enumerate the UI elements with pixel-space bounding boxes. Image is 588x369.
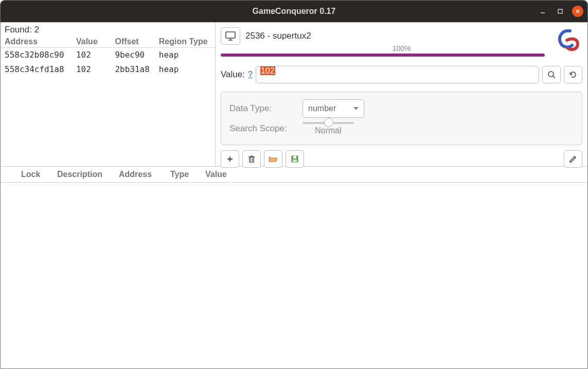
plus-icon: [226, 155, 234, 163]
datatype-dropdown[interactable]: number: [302, 99, 364, 118]
cell-offset: 9bec90: [115, 49, 158, 61]
col-header-lock[interactable]: Lock: [21, 170, 57, 179]
svg-line-8: [553, 76, 555, 78]
results-body[interactable]: 558c32b08c90 102 9bec90 heap 558c34cfd1a…: [1, 48, 215, 166]
search-button[interactable]: [542, 66, 561, 83]
cell-value: 102: [76, 63, 115, 76]
cell-address: 558c34cfd1a8: [5, 63, 76, 76]
scope-slider[interactable]: [302, 122, 354, 124]
result-row[interactable]: 558c34cfd1a8 102 2bb31a8 heap: [1, 62, 215, 77]
scope-label: Search Scope:: [229, 124, 290, 134]
results-header: Address Value Offset Region Type: [1, 36, 215, 48]
search-pane: 2536 - supertux2 100% Value: ? 102: [216, 23, 587, 166]
reset-button[interactable]: [564, 66, 582, 83]
folder-open-icon: [269, 155, 278, 163]
window-controls: [537, 1, 583, 22]
chevron-down-icon: [353, 107, 359, 111]
found-count: Found: 2: [1, 23, 215, 36]
svg-rect-4: [226, 32, 235, 38]
col-header-region[interactable]: Region Type: [159, 37, 215, 46]
value-input[interactable]: 102: [256, 66, 539, 83]
process-name: 2536 - supertux2: [245, 31, 311, 41]
scope-value: Normal: [315, 126, 342, 135]
datatype-value: number: [308, 104, 336, 113]
col-header-description[interactable]: Description: [57, 170, 119, 179]
svg-rect-18: [293, 156, 296, 159]
col-header-offset[interactable]: Offset: [115, 37, 158, 46]
add-cheat-button[interactable]: [221, 150, 239, 168]
col-header-value[interactable]: Value: [205, 170, 246, 179]
memory-editor-button[interactable]: [564, 150, 582, 168]
pencil-icon: [569, 155, 577, 163]
open-cheat-button[interactable]: [264, 150, 282, 168]
delete-cheat-button[interactable]: [242, 150, 261, 168]
cell-offset: 2bb31a8: [115, 63, 158, 76]
cell-region: heap: [159, 63, 215, 76]
result-row[interactable]: 558c32b08c90 102 9bec90 heap: [1, 48, 215, 62]
maximize-button[interactable]: [555, 6, 566, 17]
col-header-address[interactable]: Address: [5, 37, 76, 46]
search-icon: [547, 71, 556, 79]
window-title: GameConqueror 0.17: [253, 7, 336, 16]
cell-address: 558c32b08c90: [5, 49, 76, 61]
cheat-table-header: Lock Description Address Type Value: [1, 166, 587, 183]
svg-marker-9: [353, 107, 359, 110]
save-icon: [291, 155, 299, 163]
col-header-value[interactable]: Value: [76, 37, 115, 46]
app-logo: [555, 26, 582, 54]
svg-point-7: [548, 72, 554, 77]
col-header-address[interactable]: Address: [119, 170, 170, 179]
cell-region: heap: [159, 49, 215, 61]
svg-rect-12: [250, 157, 254, 162]
cheat-toolbar: [221, 150, 582, 168]
results-pane: Found: 2 Address Value Offset Region Typ…: [1, 23, 216, 166]
slider-thumb[interactable]: [324, 118, 333, 127]
progress-percent: 100%: [393, 44, 411, 52]
col-header-type[interactable]: Type: [170, 170, 205, 179]
select-process-button[interactable]: [221, 27, 240, 45]
monitor-icon: [225, 31, 236, 41]
cell-value: 102: [76, 49, 115, 61]
search-options: Data Type: number Search Scope:: [221, 92, 582, 145]
refresh-icon: [569, 71, 577, 79]
save-cheat-button[interactable]: [286, 150, 304, 168]
svg-rect-19: [293, 160, 297, 162]
svg-rect-1: [558, 9, 562, 13]
value-help-link[interactable]: ?: [248, 70, 253, 79]
datatype-label: Data Type:: [229, 103, 290, 114]
minimize-button[interactable]: [537, 6, 548, 17]
titlebar: GameConqueror 0.17: [1, 1, 587, 22]
cheat-table-body[interactable]: [1, 183, 587, 368]
trash-icon: [248, 155, 255, 163]
progress-bar: [221, 54, 545, 57]
close-button[interactable]: [572, 6, 583, 17]
value-label: Value:: [221, 69, 245, 80]
